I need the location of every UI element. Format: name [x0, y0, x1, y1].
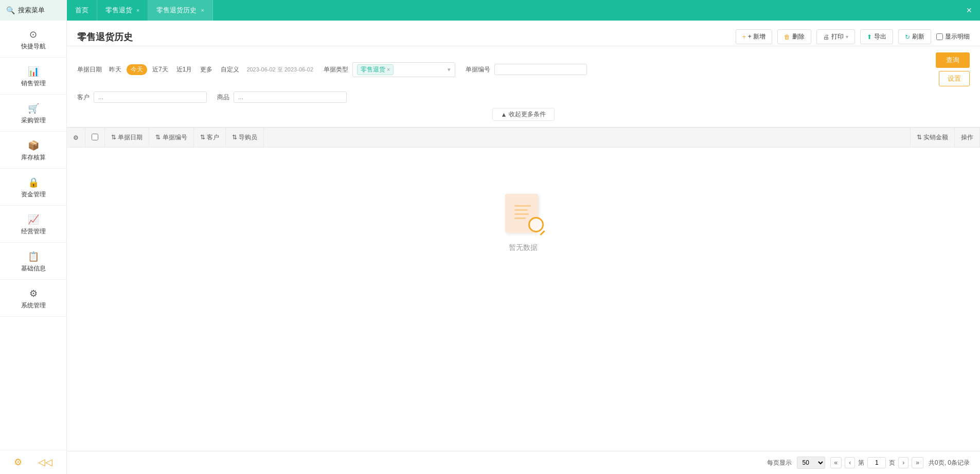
delete-icon: 🗑	[784, 33, 790, 41]
date-filter-item: 单据日期 昨天 今天 近7天 近1月 更多 自定义 2023-06-02 至 2…	[77, 64, 313, 75]
customer-input[interactable]	[94, 92, 207, 103]
system-icon: ⚙	[29, 288, 38, 299]
base-info-icon: 📋	[28, 251, 39, 262]
new-button[interactable]: + + 新增	[736, 29, 772, 44]
sidebar-item-quick-nav-label: 快捷导航	[21, 42, 46, 51]
sidebar-item-finance[interactable]: 🔒 资金管理	[0, 169, 66, 206]
sidebar-item-quick-nav[interactable]: ⊙ 快捷导航	[0, 21, 66, 58]
doc-type-dropdown-icon[interactable]: ▾	[448, 66, 451, 73]
show-detail-label-text: 显示明细	[945, 32, 970, 41]
setting-button[interactable]: 设置	[939, 71, 970, 86]
next-page-button[interactable]: ›	[898, 457, 908, 468]
tab-retail-return-history[interactable]: 零售退货历史 ×	[148, 0, 212, 21]
doc-num-input[interactable]	[494, 64, 587, 75]
tab-retail-return-history-close[interactable]: ×	[201, 7, 204, 13]
settings-bottom-icon[interactable]: ⚙	[14, 457, 22, 468]
refresh-icon: ↻	[905, 33, 910, 41]
date-today-btn[interactable]: 今天	[127, 64, 147, 75]
sidebar-item-sales[interactable]: 📊 销售管理	[0, 58, 66, 95]
sidebar-item-finance-label: 资金管理	[21, 190, 46, 199]
print-dropdown-icon[interactable]: ▾	[846, 34, 848, 40]
last-page-button[interactable]: »	[912, 457, 923, 468]
collapse-icon: ▲	[501, 111, 507, 118]
sidebar-item-purchase[interactable]: 🛒 采购管理	[0, 95, 66, 132]
doc-type-select[interactable]: 零售退货 × ▾	[352, 62, 455, 77]
empty-illustration	[500, 189, 546, 235]
sidebar-bottom: ⚙ ◁◁	[0, 450, 66, 474]
th-spacer	[264, 128, 910, 148]
table-footer: 每页显示 50 10 20 100 « ‹ 第 页 › » 共0页, 0条记录	[67, 451, 980, 474]
th-checkbox	[85, 128, 105, 148]
collapse-button[interactable]: ▲ 收起更多条件	[492, 108, 555, 121]
sidebar-item-operations[interactable]: 📈 经营管理	[0, 206, 66, 243]
export-button[interactable]: ⬆ 导出	[860, 29, 893, 44]
page-size-label: 每页显示	[767, 459, 792, 467]
doc-lines	[514, 205, 531, 222]
goods-input[interactable]	[234, 92, 347, 103]
date-7days-btn[interactable]: 近7天	[149, 64, 171, 75]
date-yesterday-btn[interactable]: 昨天	[106, 64, 124, 75]
doc-type-filter-item: 单据类型 零售退货 × ▾	[324, 62, 455, 77]
th-doc-num-label: ⇅ 单据编号	[155, 134, 187, 141]
sidebar-item-sales-label: 销售管理	[21, 79, 46, 88]
sidebar-item-operations-label: 经营管理	[21, 227, 46, 236]
search-menu[interactable]: 🔍 搜索菜单	[0, 0, 67, 21]
doc-type-tag-label: 零售退货	[361, 65, 385, 74]
volume-bottom-icon[interactable]: ◁◁	[38, 457, 52, 468]
th-actions-label: 操作	[961, 134, 973, 141]
sidebar-item-system-label: 系统管理	[21, 301, 46, 310]
doc-type-label: 单据类型	[324, 65, 348, 74]
query-section: 查询 设置	[936, 52, 970, 86]
export-button-label: 导出	[874, 32, 886, 41]
page-header: 零售退货历史 + + 新增 🗑 删除 🖨 打印 ▾ ⬆ 导出	[67, 21, 980, 46]
print-button[interactable]: 🖨 打印 ▾	[816, 29, 855, 44]
select-all-checkbox[interactable]	[92, 134, 98, 140]
th-amount-label: ⇅ 实销金额	[917, 134, 948, 141]
th-actions: 操作	[955, 128, 980, 148]
th-customer-label: ⇅ 客户	[200, 134, 219, 141]
date-1month-btn[interactable]: 近1月	[173, 64, 195, 75]
content-area: 零售退货历史 + + 新增 🗑 删除 🖨 打印 ▾ ⬆ 导出	[67, 21, 980, 474]
filter-area: 单据日期 昨天 今天 近7天 近1月 更多 自定义 2023-06-02 至 2…	[67, 46, 980, 127]
filter-row-1: 单据日期 昨天 今天 近7天 近1月 更多 自定义 2023-06-02 至 2…	[77, 52, 970, 86]
query-button[interactable]: 查询	[936, 52, 970, 68]
empty-state-cell: 暂无数据	[67, 148, 980, 294]
doc-type-tag-close[interactable]: ×	[387, 66, 390, 72]
prev-page-button[interactable]: ‹	[845, 457, 855, 468]
show-detail-checkbox[interactable]	[936, 33, 943, 40]
date-custom-btn[interactable]: 自定义	[218, 64, 242, 75]
empty-text: 暂无数据	[509, 243, 538, 252]
main-layout: ⊙ 快捷导航 📊 销售管理 🛒 采购管理 📦 库存核算 🔒 资金管理 📈 经营管…	[0, 21, 980, 474]
delete-button[interactable]: 🗑 删除	[777, 29, 811, 44]
page-title: 零售退货历史	[77, 31, 133, 43]
column-settings-icon[interactable]: ⚙	[73, 134, 79, 141]
total-records: 共0页, 0条记录	[929, 459, 970, 467]
print-button-label: 打印	[831, 32, 844, 41]
finance-icon: 🔒	[28, 177, 39, 188]
quick-nav-icon: ⊙	[29, 29, 37, 40]
search-icon: 🔍	[6, 6, 15, 14]
new-button-label: + 新增	[748, 32, 765, 41]
sidebar-item-base-info-label: 基础信息	[21, 264, 46, 273]
page-size-select[interactable]: 50 10 20 100	[797, 457, 825, 469]
sidebar-item-inventory[interactable]: 📦 库存核算	[0, 132, 66, 169]
refresh-button-label: 刷新	[912, 32, 924, 41]
date-range-display: 2023-06-02 至 2023-06-02	[246, 66, 313, 74]
refresh-button[interactable]: ↻ 刷新	[898, 29, 931, 44]
page-number-input[interactable]	[867, 457, 886, 468]
tab-retail-return-label: 零售退货	[105, 6, 132, 15]
sidebar-item-base-info[interactable]: 📋 基础信息	[0, 243, 66, 280]
window-close-button[interactable]: ×	[958, 5, 980, 16]
page-word: 第	[858, 459, 864, 467]
tab-retail-return[interactable]: 零售退货 ×	[97, 0, 148, 21]
date-filter-label: 单据日期	[77, 65, 102, 74]
th-doc-date: ⇅ 单据日期	[105, 128, 149, 148]
sidebar-item-system[interactable]: ⚙ 系统管理	[0, 280, 66, 317]
tab-home[interactable]: 首页	[67, 0, 97, 21]
filter-row-2: 客户 商品	[77, 92, 970, 103]
date-more-btn[interactable]: 更多	[197, 64, 216, 75]
first-page-button[interactable]: «	[830, 457, 842, 468]
tab-retail-return-close[interactable]: ×	[136, 7, 139, 13]
delete-button-label: 删除	[792, 32, 805, 41]
doc-line-3	[514, 213, 529, 215]
